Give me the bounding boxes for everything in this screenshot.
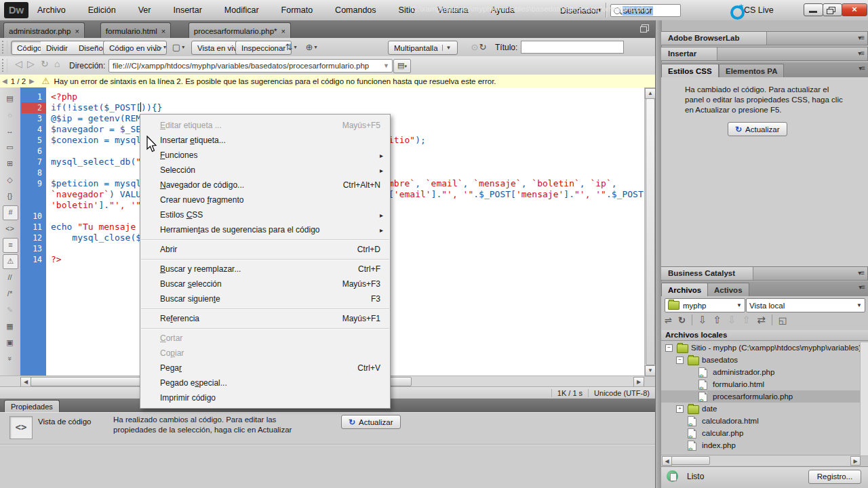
next-error-icon[interactable]: ▶ <box>29 77 35 85</box>
balance-braces-icon[interactable]: {} <box>3 189 17 203</box>
expand-toggle-icon[interactable]: + <box>676 405 684 413</box>
open-documents-icon[interactable]: ▤ <box>3 92 17 105</box>
panel-menu-icon[interactable]: ▾≡ <box>859 64 865 72</box>
log-button[interactable]: Registro... <box>808 470 861 484</box>
menu-item[interactable]: Pegado especial... <box>140 375 390 390</box>
apply-comment-icon[interactable]: // <box>3 270 17 284</box>
synchronize-icon[interactable]: ⇄ <box>757 314 766 326</box>
preview-in-browser-icon[interactable]: ⊕▾ <box>303 41 319 54</box>
split-view-button[interactable]: Dividir <box>41 41 74 55</box>
tree-horizontal-scrollbar[interactable]: ◀ ▶ <box>661 455 860 466</box>
minimize-button[interactable] <box>804 3 823 16</box>
home-icon[interactable]: ⌂ <box>54 58 60 69</box>
file-transfer-icon[interactable]: ⇅▾ <box>283 41 299 54</box>
menu-item[interactable]: Insertar etiqueta... <box>140 133 390 148</box>
panel-insertar[interactable]: Insertar ▾≡ <box>661 47 868 61</box>
document-tab[interactable]: formulario.html× <box>100 22 172 39</box>
menu-item[interactable]: AbrirCtrl+D <box>140 242 390 257</box>
scrollbar-thumb[interactable] <box>646 98 655 365</box>
collapse-full-tag-icon[interactable]: ↔ <box>3 124 17 138</box>
highlight-invalid-code-icon[interactable]: <> <box>3 222 17 235</box>
tab-close-icon[interactable]: × <box>161 27 165 35</box>
document-tab[interactable]: procesarformulario.php*× <box>189 22 291 39</box>
get-files-icon[interactable]: ⇩ <box>698 314 707 326</box>
panel-menu-icon[interactable]: ▾≡ <box>858 49 864 57</box>
site-select[interactable]: myphp ▼ <box>665 298 745 312</box>
prev-error-icon[interactable]: ◀ <box>2 77 7 85</box>
refresh-icon[interactable]: ↻ <box>678 315 686 325</box>
menu-item[interactable]: Buscar selecciónMayús+F3 <box>140 277 390 291</box>
line-numbers-icon[interactable]: # <box>3 205 18 220</box>
view-select[interactable]: Vista local ▼ <box>746 298 865 312</box>
tab-close-icon[interactable]: × <box>75 27 79 35</box>
tree-item[interactable]: +date <box>661 403 860 415</box>
checkin-files-icon[interactable]: ⇧ <box>743 314 751 326</box>
refresh-icon[interactable]: ↻ <box>41 58 49 69</box>
tab-estilos-css[interactable]: Estilos CSS <box>661 64 719 78</box>
scroll-right-icon[interactable]: ▶ <box>633 377 644 387</box>
scroll-down-icon[interactable]: ▼ <box>645 365 656 376</box>
collapse-selection-icon[interactable]: ▭ <box>3 140 17 154</box>
connect-icon[interactable]: ⇌ <box>665 315 672 325</box>
multiscreen-button[interactable]: Multipantalla ▼ <box>388 41 458 55</box>
menu-item[interactable]: Crear nuevo fragmento <box>140 192 390 207</box>
recent-snippets-icon[interactable]: ▦ <box>3 319 17 333</box>
tree-item[interactable]: −basedatos <box>661 354 860 366</box>
tree-item[interactable]: calcular.php <box>661 427 860 439</box>
menu-item[interactable]: Selección▸ <box>140 163 390 178</box>
cs-live-button[interactable]: CS Live <box>744 5 774 15</box>
scroll-left-icon[interactable]: ◀ <box>662 456 672 466</box>
menu-item[interactable]: PegarCtrl+V <box>140 361 390 375</box>
scroll-left-icon[interactable]: ◀ <box>20 377 31 387</box>
menubar-item-comandos[interactable]: Comandos <box>333 4 378 16</box>
tree-item[interactable]: administrador.php <box>661 366 860 378</box>
menu-item[interactable]: Estilos CSS▸ <box>140 207 390 222</box>
live-view-options-icon[interactable]: ▷▾ <box>153 41 168 54</box>
restore-button[interactable] <box>823 3 842 16</box>
menu-item[interactable]: Navegador de código...Ctrl+Alt+N <box>140 178 390 192</box>
remove-comment-icon[interactable]: /* <box>3 287 17 300</box>
tree-item[interactable]: calculadora.html <box>661 415 860 427</box>
menubar-item-formato[interactable]: Formato <box>279 4 315 16</box>
address-list-button[interactable]: ▤▾ <box>393 59 411 73</box>
menu-item[interactable]: ReferenciaMayús+F1 <box>140 311 390 326</box>
scroll-up-icon[interactable]: ▲ <box>645 88 656 99</box>
more-tools-icon[interactable]: » <box>3 352 17 366</box>
design-time-wheel-icon[interactable]: ☼ <box>3 108 17 121</box>
menu-item[interactable]: Buscar siguienteF3 <box>140 291 390 306</box>
refresh-design-icon[interactable]: ↻ <box>476 41 490 54</box>
expand-all-icon[interactable]: ⊞ <box>3 157 17 170</box>
panel-menu-icon[interactable]: ▾≡ <box>858 34 864 41</box>
menubar-item-edición[interactable]: Edición <box>86 4 118 16</box>
word-wrap-icon[interactable]: ≡ <box>3 238 18 253</box>
tab-activos[interactable]: Activos <box>707 283 749 297</box>
expand-panel-icon[interactable]: ◱ <box>778 315 787 325</box>
panel-menu-icon[interactable]: ▾≡ <box>859 283 865 291</box>
check-browser-compat-icon[interactable]: ▢▾ <box>170 41 186 54</box>
collapse-toggle-icon[interactable]: − <box>676 357 684 364</box>
panel-menu-icon[interactable]: ▾≡ <box>858 269 864 277</box>
tab-archivos[interactable]: Archivos <box>661 283 708 297</box>
menu-item[interactable]: Imprimir código <box>140 390 390 405</box>
scroll-right-icon[interactable]: ▶ <box>850 456 861 466</box>
panel-adobe-browserlab[interactable]: Adobe BrowserLab ▾≡ <box>661 31 868 45</box>
close-button[interactable]: × <box>842 3 867 16</box>
tab-elementos-pa[interactable]: Elementos PA <box>719 64 784 78</box>
menubar-item-modificar[interactable]: Modificar <box>222 4 261 16</box>
menubar-item-ver[interactable]: Ver <box>136 4 153 16</box>
tree-item[interactable]: formulario.html <box>661 378 860 390</box>
cascade-windows-icon[interactable] <box>642 24 649 31</box>
collapse-toggle-icon[interactable]: − <box>665 344 673 352</box>
tab-close-icon[interactable]: × <box>281 27 285 35</box>
checkout-files-icon[interactable]: ⇩ <box>728 314 736 326</box>
update-button[interactable]: ↻ Actualizar <box>341 415 401 429</box>
title-field-input[interactable] <box>521 41 624 54</box>
move-css-icon[interactable]: ▣ <box>3 336 17 349</box>
edit-code-icon[interactable]: ✎ <box>3 303 17 317</box>
menubar-item-archivo[interactable]: Archivo <box>35 4 68 16</box>
update-button[interactable]: ↻ Actualizar <box>728 122 787 136</box>
file-tree[interactable]: −Sitio - myphp (C:\xampp\htdocs\myphp\va… <box>661 342 860 455</box>
select-parent-tag-icon[interactable]: ◇ <box>3 173 17 186</box>
address-input[interactable]: file:///C|/xampp/htdocs/myphp/variables/… <box>108 59 393 73</box>
menubar-item-insertar[interactable]: Insertar <box>171 4 203 16</box>
